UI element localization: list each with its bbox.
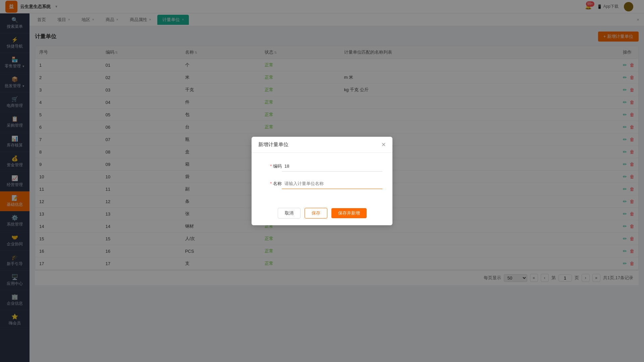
code-label: 编码 (262, 163, 282, 169)
modal-body: 编码 名称 (252, 153, 392, 204)
save-button[interactable]: 保存 (305, 208, 327, 219)
form-row-name: 名称 (262, 178, 382, 189)
save-and-new-button[interactable]: 保存并新增 (331, 208, 367, 218)
modal-close-button[interactable]: ✕ (381, 142, 386, 147)
add-unit-modal: 新增计量单位 ✕ 编码 名称 取消 保存 保存并新增 (252, 137, 392, 225)
modal-title: 新增计量单位 (258, 141, 288, 148)
form-row-code: 编码 (262, 161, 382, 172)
modal-overlay[interactable]: 新增计量单位 ✕ 编码 名称 取消 保存 保存并新增 (0, 0, 644, 362)
modal-header: 新增计量单位 ✕ (252, 137, 392, 153)
code-input[interactable] (282, 161, 382, 172)
name-input[interactable] (282, 178, 382, 189)
name-label: 名称 (262, 181, 282, 187)
modal-footer: 取消 保存 保存并新增 (252, 204, 392, 225)
cancel-button[interactable]: 取消 (278, 208, 301, 219)
